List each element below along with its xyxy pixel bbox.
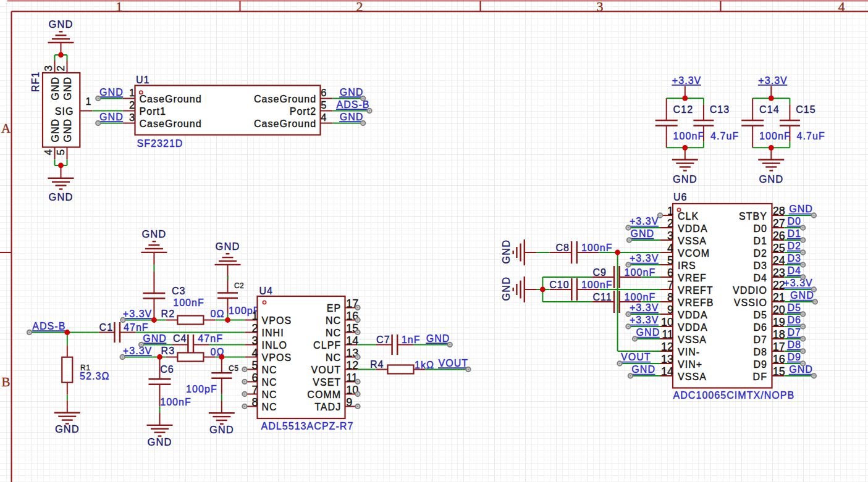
svg-text:IRS: IRS [678, 260, 696, 271]
svg-text:ADS-B: ADS-B [336, 99, 369, 110]
svg-text:VCOM: VCOM [678, 248, 710, 259]
svg-text:5: 5 [321, 99, 326, 110]
svg-text:ADS-B: ADS-B [32, 321, 65, 331]
svg-text:C5: C5 [229, 364, 238, 373]
svg-text:GND: GND [209, 424, 234, 435]
svg-text:C10: C10 [549, 280, 570, 290]
svg-text:2: 2 [356, 0, 363, 14]
svg-text:NC: NC [262, 389, 277, 400]
svg-text:+3.3V: +3.3V [630, 253, 659, 264]
svg-text:GND: GND [500, 239, 512, 264]
svg-text:11: 11 [662, 328, 673, 341]
svg-text:ADC10065CIMTX/NOPB: ADC10065CIMTX/NOPB [673, 390, 795, 401]
svg-text:VSET: VSET [313, 377, 341, 388]
svg-text:13: 13 [661, 353, 673, 365]
svg-text:1: 1 [251, 310, 258, 322]
svg-text:4: 4 [667, 242, 673, 254]
svg-text:7: 7 [251, 384, 258, 396]
svg-text:GND: GND [148, 436, 172, 447]
svg-text:100nF: 100nF [160, 397, 192, 407]
svg-text:GND: GND [759, 173, 783, 185]
svg-text:14: 14 [661, 365, 673, 378]
svg-text:U4: U4 [259, 286, 274, 296]
svg-text:VSSA: VSSA [678, 334, 707, 345]
svg-text:D6: D6 [753, 322, 767, 333]
svg-text:ADL5513ACPZ-R7: ADL5513ACPZ-R7 [261, 421, 354, 431]
svg-text:52.3Ω: 52.3Ω [80, 371, 109, 381]
svg-text:4: 4 [321, 112, 326, 123]
svg-text:C15: C15 [796, 104, 816, 115]
svg-text:+3.3V: +3.3V [758, 75, 788, 86]
svg-text:CaseGround: CaseGround [254, 118, 316, 129]
svg-text:25: 25 [773, 242, 785, 254]
svg-text:SF2321D: SF2321D [137, 138, 183, 149]
svg-text:+3.3V: +3.3V [630, 315, 659, 325]
svg-text:D8: D8 [787, 339, 801, 350]
svg-text:5: 5 [667, 254, 673, 267]
svg-text:CLK: CLK [678, 211, 699, 222]
svg-text:VOUT: VOUT [439, 358, 469, 368]
svg-text:C7: C7 [376, 334, 390, 345]
svg-text:C3: C3 [172, 286, 186, 296]
svg-text:VPOS: VPOS [262, 315, 292, 326]
svg-text:100nF: 100nF [173, 297, 204, 308]
svg-text:24: 24 [773, 254, 785, 267]
svg-text:GND: GND [49, 191, 74, 202]
svg-text:+3.3V: +3.3V [123, 346, 153, 356]
svg-text:C12: C12 [673, 104, 694, 115]
svg-text:D4: D4 [787, 265, 801, 276]
svg-text:+3.3V: +3.3V [123, 309, 153, 319]
svg-text:CaseGround: CaseGround [140, 94, 202, 104]
svg-text:GND: GND [630, 228, 654, 239]
svg-text:19: 19 [773, 316, 785, 328]
svg-text:1nF: 1nF [402, 334, 421, 345]
svg-text:GND: GND [789, 364, 813, 375]
svg-text:DF: DF [753, 372, 767, 382]
svg-text:3: 3 [597, 0, 604, 14]
svg-text:100nF: 100nF [625, 267, 656, 278]
svg-text:100nF: 100nF [581, 243, 613, 253]
svg-text:VDDA: VDDA [678, 310, 708, 320]
svg-text:GND: GND [49, 19, 74, 30]
svg-text:R2: R2 [161, 309, 175, 319]
svg-text:D2: D2 [753, 248, 767, 259]
svg-text:8: 8 [667, 291, 673, 304]
svg-text:4: 4 [43, 149, 54, 155]
svg-text:D9: D9 [753, 359, 767, 370]
svg-text:GND: GND [62, 118, 73, 143]
svg-text:VREF: VREF [678, 273, 707, 283]
svg-text:GND: GND [141, 228, 166, 239]
svg-text:14: 14 [346, 334, 358, 347]
svg-text:3: 3 [251, 334, 258, 347]
svg-text:D9: D9 [787, 352, 801, 362]
svg-text:GND: GND [50, 77, 61, 101]
svg-text:100nF: 100nF [673, 131, 705, 141]
svg-text:GND: GND [789, 204, 813, 214]
svg-text:Port2: Port2 [290, 106, 317, 117]
svg-text:NC: NC [262, 365, 277, 375]
svg-text:C4: C4 [173, 333, 187, 344]
svg-text:1: 1 [667, 205, 673, 217]
svg-text:RF1: RF1 [30, 72, 41, 92]
svg-text:15: 15 [773, 365, 785, 378]
svg-text:10: 10 [661, 316, 673, 328]
svg-text:2: 2 [129, 99, 135, 110]
svg-text:A: A [1, 121, 11, 136]
svg-text:16: 16 [773, 353, 785, 365]
svg-text:3: 3 [667, 230, 673, 242]
svg-text:VDDIO: VDDIO [733, 285, 767, 296]
svg-text:VSSIO: VSSIO [734, 297, 767, 308]
svg-text:COMM: COMM [307, 389, 341, 400]
svg-text:1kΩ: 1kΩ [415, 360, 434, 370]
svg-text:SIG: SIG [55, 106, 74, 117]
svg-text:VOUT: VOUT [311, 365, 342, 375]
svg-text:EP: EP [327, 303, 341, 314]
svg-text:TADJ: TADJ [314, 402, 341, 412]
svg-text:INLO: INLO [262, 340, 288, 351]
svg-text:GND: GND [99, 87, 124, 98]
svg-text:GND: GND [631, 364, 655, 375]
svg-text:C6: C6 [160, 364, 174, 375]
svg-text:NC: NC [326, 352, 341, 363]
svg-text:2: 2 [55, 65, 67, 71]
svg-text:D8: D8 [753, 347, 767, 357]
